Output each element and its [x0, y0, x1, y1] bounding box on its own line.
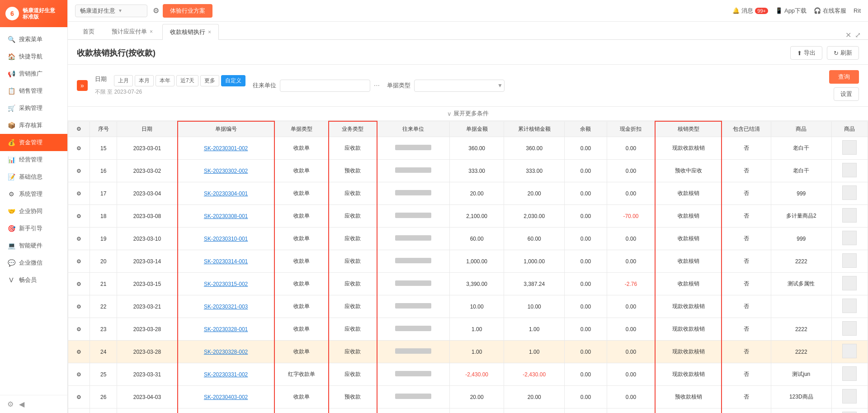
- table-row: ⚙ 27 2023-04-08 SK-20230408-001 收款单 应收款 …: [68, 408, 868, 413]
- doc-no-link[interactable]: SK-20230314-001: [204, 258, 248, 265]
- sidebar-item-0[interactable]: 🔍搜索菜单: [0, 31, 67, 48]
- doc-no-link[interactable]: SK-20230321-003: [204, 304, 248, 310]
- doc-no-link[interactable]: SK-20230304-001: [204, 190, 248, 197]
- solution-button[interactable]: 体验行业方案: [163, 4, 212, 18]
- cell-cash-discount: -2.76: [607, 273, 655, 295]
- doc-no-link[interactable]: SK-20230315-002: [204, 281, 248, 287]
- cell-gear[interactable]: ⚙: [68, 228, 90, 250]
- filter-this-year-btn[interactable]: 本年: [156, 75, 175, 86]
- doc-no-link[interactable]: SK-20230301-002: [204, 145, 248, 152]
- cell-partner: [377, 318, 450, 341]
- doc-no-link[interactable]: SK-20230328-002: [204, 349, 248, 355]
- cell-gear[interactable]: ⚙: [68, 318, 90, 341]
- tab-payable[interactable]: 预计应应付单 ×: [104, 24, 160, 39]
- export-button[interactable]: ⬆ 导出: [790, 46, 822, 60]
- cell-date: 2023-03-31: [117, 363, 178, 386]
- filter-partner-input[interactable]: [280, 80, 370, 92]
- cell-gear[interactable]: ⚙: [68, 160, 90, 182]
- setting-button[interactable]: 设置: [834, 87, 859, 101]
- sidebar-item-9[interactable]: ⚙系统管理: [0, 185, 67, 203]
- sidebar-label-2: 营销推广: [19, 70, 42, 78]
- cell-goods-img: [831, 295, 868, 318]
- filter-7days-btn[interactable]: 近7天: [176, 75, 198, 86]
- cell-gear[interactable]: ⚙: [68, 408, 90, 413]
- expand-more-bar[interactable]: ∨ 展开更多条件: [68, 107, 868, 121]
- doc-no-link[interactable]: SK-20230403-002: [204, 394, 248, 400]
- doc-no-link[interactable]: SK-20230331-002: [204, 371, 248, 378]
- app-download-button[interactable]: 📱 App下载: [775, 7, 807, 15]
- table-row: ⚙ 25 2023-03-31 SK-20230331-002 红字收款单 应收…: [68, 363, 868, 386]
- filter-last-month-btn[interactable]: 上月: [114, 75, 133, 86]
- table-row: ⚙ 21 2023-03-15 SK-20230315-002 收款单 应收款 …: [68, 273, 868, 295]
- sidebar-item-4[interactable]: 🛒采购管理: [0, 100, 67, 117]
- query-button[interactable]: 查询: [829, 70, 859, 84]
- col-partner: 往来单位: [377, 121, 450, 137]
- messages-button[interactable]: 🔔 消息 99+: [732, 7, 768, 15]
- col-date: 日期: [117, 121, 178, 137]
- tab-close-all-icon[interactable]: ✕: [845, 31, 851, 39]
- sidebar-item-7[interactable]: 📊经营管理: [0, 151, 67, 168]
- cell-date: 2023-03-28: [117, 341, 178, 363]
- cell-gear[interactable]: ⚙: [68, 250, 90, 273]
- sidebar-item-1[interactable]: 🏠快捷导航: [0, 48, 67, 65]
- sidebar-item-10[interactable]: 🤝企业协同: [0, 203, 67, 220]
- goods-thumbnail: [842, 140, 857, 155]
- cell-gear[interactable]: ⚙: [68, 363, 90, 386]
- cell-gear[interactable]: ⚙: [68, 341, 90, 363]
- sidebar-item-8[interactable]: 📝基础信息: [0, 168, 67, 185]
- topbar-gear-icon[interactable]: ⚙: [153, 6, 159, 15]
- doc-no-link[interactable]: SK-20230310-001: [204, 236, 248, 242]
- settings-footer-icon[interactable]: ⚙: [7, 400, 14, 408]
- cell-gear[interactable]: ⚙: [68, 137, 90, 160]
- cell-date: 2023-03-15: [117, 273, 178, 295]
- cell-gear[interactable]: ⚙: [68, 182, 90, 205]
- sidebar-label-9: 系统管理: [19, 190, 42, 198]
- cell-no: 20: [90, 250, 117, 273]
- cell-no: 22: [90, 295, 117, 318]
- filter-voucher-select[interactable]: [414, 80, 505, 92]
- filter-more-btn[interactable]: 更多: [200, 75, 219, 86]
- goods-thumbnail: [842, 389, 857, 404]
- tab-collection-close[interactable]: ×: [208, 29, 211, 35]
- sidebar-icon-4: 🛒: [7, 104, 15, 112]
- col-gear[interactable]: ⚙: [68, 121, 90, 137]
- filter-custom-btn[interactable]: 自定义: [221, 75, 245, 86]
- user-menu[interactable]: Rit: [854, 7, 861, 14]
- cell-gear[interactable]: ⚙: [68, 295, 90, 318]
- sidebar-item-2[interactable]: 📢营销推广: [0, 65, 67, 82]
- online-service-button[interactable]: 🎧 在线客服: [814, 7, 846, 15]
- sidebar-label-14: 畅会员: [19, 276, 37, 284]
- sidebar-item-3[interactable]: 📋销售管理: [0, 82, 67, 100]
- cell-gear[interactable]: ⚙: [68, 386, 90, 408]
- cell-balance: 0.00: [565, 295, 607, 318]
- sidebar-item-11[interactable]: 🎯新手引导: [0, 220, 67, 237]
- sidebar-item-14[interactable]: V畅会员: [0, 271, 67, 289]
- tab-collection[interactable]: 收款核销执行 ×: [162, 24, 219, 40]
- doc-no-link[interactable]: SK-20230328-001: [204, 326, 248, 332]
- cell-cum-amount: 60.00: [504, 228, 565, 250]
- sidebar-label-3: 销售管理: [19, 87, 42, 95]
- filter-date-group: 日期 上月 本月 本年 近7天 更多 自定义 不限 至 2023-07-26: [95, 75, 245, 96]
- filter-dots[interactable]: ···: [374, 81, 380, 90]
- collapse-footer-icon[interactable]: ◀: [19, 400, 24, 408]
- sidebar-item-6[interactable]: 💰资金管理: [0, 134, 67, 151]
- cell-gear[interactable]: ⚙: [68, 273, 90, 295]
- cell-date: 2023-03-10: [117, 228, 178, 250]
- tab-payable-close[interactable]: ×: [150, 28, 153, 35]
- sidebar-item-5[interactable]: 📦库存核算: [0, 117, 67, 134]
- topbar-title-area[interactable]: 畅康道好生意 ▼: [75, 5, 147, 17]
- cell-gear[interactable]: ⚙: [68, 205, 90, 228]
- sidebar-item-13[interactable]: 💬企业微信: [0, 254, 67, 271]
- refresh-button[interactable]: ↻ 刷新: [827, 46, 859, 60]
- doc-no-link[interactable]: SK-20230302-002: [204, 168, 248, 174]
- tab-expand-icon[interactable]: ⤢: [855, 31, 861, 39]
- filter-toggle-button[interactable]: »: [77, 80, 88, 91]
- export-icon: ⬆: [797, 50, 802, 57]
- cell-incl-settled: 否: [722, 386, 771, 408]
- filter-this-month-btn[interactable]: 本月: [135, 75, 154, 86]
- tab-home[interactable]: 首页: [75, 24, 102, 39]
- doc-no-link[interactable]: SK-20230308-001: [204, 213, 248, 219]
- cell-partner: [377, 408, 450, 413]
- cell-cash-discount: 0.00: [607, 160, 655, 182]
- sidebar-item-12[interactable]: 💻智能硬件: [0, 237, 67, 254]
